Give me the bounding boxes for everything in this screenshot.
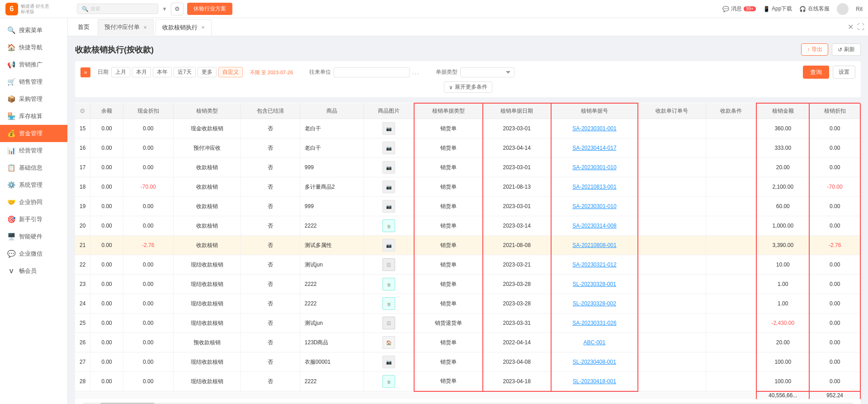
table-row: 27 0.00 0.00 现结收款核销 否 衣服00001 📷 销货单 2023… <box>75 352 860 372</box>
partner-dots[interactable]: ... <box>412 69 420 76</box>
message-item[interactable]: 💬 消息 99+ <box>722 5 756 13</box>
cell-bill-no[interactable]: SL-20230408-001 <box>551 352 638 372</box>
app-download-item[interactable]: 📱 App下载 <box>763 5 792 13</box>
app-icon: 📱 <box>763 6 770 12</box>
cell-bill-date: 2023-04-18 <box>483 372 551 391</box>
cell-bill-no[interactable]: ABC-001 <box>551 333 638 352</box>
cell-balance: 0.00 <box>90 138 123 158</box>
industry-button[interactable]: 休验行业方案 <box>187 3 232 15</box>
cell-receipt-no <box>638 177 706 197</box>
sidebar-item-guide[interactable]: 🎯 新手引导 <box>0 211 67 228</box>
cell-type: 现结收款核销 <box>173 294 241 314</box>
tab-collection[interactable]: 收款核销执行 ✕ <box>156 19 212 36</box>
cell-receipt-cond <box>706 216 756 236</box>
tab-home[interactable]: 首页 <box>71 20 96 34</box>
tab-close-prepay[interactable]: ✕ <box>143 25 147 30</box>
sidebar-item-sales[interactable]: 🛒 销售管理 <box>0 73 67 90</box>
query-button[interactable]: 查询 <box>803 66 829 79</box>
sidebar-item-member[interactable]: V 畅会员 <box>0 262 67 280</box>
cell-settled: 否 <box>241 236 300 255</box>
cell-receipt-cond <box>706 255 756 275</box>
inventory-icon: 🏪 <box>7 112 15 120</box>
cell-goods-img: 🖼 <box>363 255 414 275</box>
cell-bill-no[interactable]: SA-20210813-001 <box>551 177 638 197</box>
cell-bill-no[interactable]: SL-20230418-001 <box>551 372 638 391</box>
cell-bill-no[interactable]: SA-20230314-008 <box>551 216 638 236</box>
export-button[interactable]: ↑ 导出 <box>801 43 828 56</box>
sidebar-item-wechat[interactable]: 💬 企业微信 <box>0 245 67 262</box>
horizontal-scrollbar[interactable] <box>82 403 854 404</box>
tab-prepay[interactable]: 预付冲应付单 ✕ <box>98 19 154 35</box>
sidebar-item-inventory[interactable]: 🏪 库存核算 <box>0 108 67 125</box>
sidebar-item-label: 搜索菜单 <box>19 26 42 34</box>
user-name: Rit <box>856 6 863 12</box>
avatar[interactable] <box>837 3 849 15</box>
cell-bill-no[interactable]: SA-20230331-026 <box>551 314 638 333</box>
filter-row: » 日期 上月 本月 本年 近7天 更多 自定义 不限 至 202 <box>80 66 855 79</box>
sidebar-item-search[interactable]: 🔍 搜索菜单 <box>0 22 67 39</box>
sidebar-item-finance[interactable]: 💰 资金管理 <box>0 125 67 142</box>
date-btn-custom[interactable]: 自定义 <box>218 67 243 77</box>
col-goods: 商品 <box>300 103 363 119</box>
online-service-item[interactable]: 🎧 在线客服 <box>799 5 830 13</box>
cell-receipt-cond <box>706 294 756 314</box>
cell-settled: 否 <box>241 158 300 177</box>
cell-bill-no[interactable]: SL-20230328-002 <box>551 294 638 314</box>
cell-discount: 0.00 <box>809 255 860 275</box>
dropdown-icon[interactable]: ▼ <box>162 6 167 12</box>
sidebar-item-quick-nav[interactable]: 🏠 快捷导航 <box>0 39 67 56</box>
sidebar-item-system[interactable]: ⚙️ 系统管理 <box>0 176 67 194</box>
cell-amount: 333.00 <box>756 138 809 158</box>
partner-input[interactable] <box>334 67 410 77</box>
cell-balance: 0.00 <box>90 314 123 333</box>
sidebar-item-purchase[interactable]: 📦 采购管理 <box>0 90 67 108</box>
cell-cash-discount: 0.00 <box>123 119 173 138</box>
tab-close-collection[interactable]: ✕ <box>201 25 205 30</box>
col-settings[interactable]: ⚙ <box>75 103 90 119</box>
cell-rownum: 21 <box>75 236 90 255</box>
search-input-top[interactable]: 🔍 搜索 <box>77 4 158 14</box>
cell-type: 收款核销 <box>173 197 241 216</box>
cell-receipt-cond <box>706 372 756 391</box>
cell-cash-discount: 0.00 <box>123 294 173 314</box>
date-btn-7days[interactable]: 近7天 <box>174 67 196 77</box>
business-icon: 📊 <box>7 147 15 155</box>
col-type: 核销类型 <box>173 103 241 119</box>
sidebar-item-basic[interactable]: 📋 基础信息 <box>0 159 67 176</box>
refresh-button[interactable]: ↺ 刷新 <box>832 43 861 56</box>
cell-bill-no[interactable]: SA-20230414-017 <box>551 138 638 158</box>
sidebar-item-enterprise[interactable]: 🤝 企业协同 <box>0 194 67 211</box>
gear-button[interactable]: ⚙ <box>171 3 184 15</box>
brand-text: 畅捷通·好生意 标准版 <box>21 4 49 14</box>
maximize-icon[interactable]: ⛶ <box>857 23 864 31</box>
cell-bill-no[interactable]: SA-20230301-001 <box>551 119 638 138</box>
sidebar-item-marketing[interactable]: 📢 营销推广 <box>0 56 67 73</box>
close-window-icon[interactable]: ✕ <box>848 23 854 31</box>
date-btn-this-year[interactable]: 本年 <box>153 67 172 77</box>
footer-amount-total: 40,556,66... <box>756 391 809 399</box>
cell-bill-no[interactable]: SA-20230301-010 <box>551 197 638 216</box>
cell-discount: 0.00 <box>809 158 860 177</box>
filter-toggle-button[interactable]: » <box>80 67 90 77</box>
cell-bill-no[interactable]: SA-20210808-001 <box>551 236 638 255</box>
bill-type-select[interactable] <box>460 67 514 77</box>
cell-receipt-no <box>638 138 706 158</box>
cell-receipt-cond <box>706 275 756 294</box>
cell-bill-no[interactable]: SL-20230328-001 <box>551 275 638 294</box>
cell-bill-no[interactable]: SA-20230301-010 <box>551 158 638 177</box>
cell-goods: 衣服00001 <box>300 352 363 372</box>
cell-cash-discount: 0.00 <box>123 197 173 216</box>
cell-goods: 123D商品 <box>300 333 363 352</box>
basic-icon: 📋 <box>7 164 15 172</box>
sidebar-item-label: 系统管理 <box>19 181 42 189</box>
date-btn-last-month[interactable]: 上月 <box>111 67 130 77</box>
guide-icon: 🎯 <box>7 215 15 223</box>
expand-button[interactable]: ∨ 展开更多条件 <box>444 81 492 93</box>
sidebar-item-hardware[interactable]: 🖥️ 智能硬件 <box>0 228 67 245</box>
setting-button[interactable]: 设置 <box>833 66 855 79</box>
cell-bill-no[interactable]: SA-20230321-012 <box>551 255 638 275</box>
date-btn-more[interactable]: 更多 <box>198 67 217 77</box>
sidebar-item-business[interactable]: 📊 经营管理 <box>0 142 67 159</box>
date-btn-this-month[interactable]: 本月 <box>132 67 151 77</box>
cell-type: 收款核销 <box>173 216 241 236</box>
